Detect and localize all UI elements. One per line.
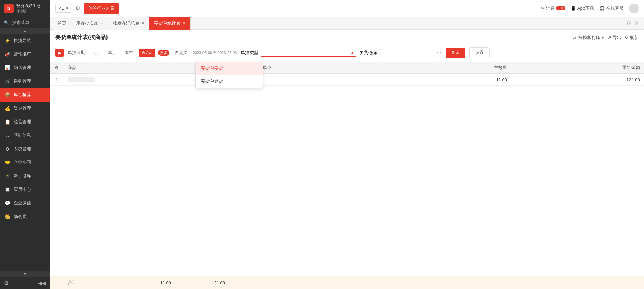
headset-icon: 🎧 [599,6,605,11]
appstore-icon: 🔲 [4,186,11,193]
page-header: 要货单统计表(按商品) 🖨 按模板打印 ▾ ↗ 导出 ↻ 刷新 [50,30,644,44]
sidebar-header: b 畅捷通好生意 标准版 [0,0,50,17]
tab-close-inventory-batch[interactable]: ✕ [100,21,103,25]
company-selector[interactable]: 41 ▾ [55,4,72,13]
type-select-wrap: ▲ [261,49,356,57]
basic-icon: 🗂 [4,132,11,139]
date-filter-group: 单据日期 上月 本月 本年 近7天 更多 自定义 2023-05-06 至 20… [68,49,237,57]
sidebar-item-purchase[interactable]: 🛒采购管理 [0,74,50,88]
sidebar-item-guide[interactable]: 🎓新手引导 [0,169,50,183]
sidebar-item-vip[interactable]: 👑畅会员 [0,210,50,223]
industry-btn[interactable]: 体验行业方案 [84,3,119,14]
sidebar-item-label: 采购管理 [14,78,31,84]
date-this-year-btn[interactable]: 本年 [122,49,136,57]
sidebar-item-quick_nav[interactable]: ⚡快捷导航 [0,34,50,47]
dropdown-item-order-return[interactable]: 要货单退货 [196,75,263,88]
topbar-left: 41 ▾ ⚙ 体验行业方案 [55,3,119,14]
message-icon: ✉ [541,6,545,11]
sidebar-item-label: 营销推广 [14,51,31,57]
sidebar-item-label: 经营管理 [14,119,31,125]
col-settings-icon[interactable]: ⚙ [55,65,59,70]
table-area: ⚙ 商品 主计量单位 主数量 零售金额 1 块 [50,62,644,86]
col-settings-header[interactable]: ⚙ [50,62,64,74]
sidebar-item-enterprise[interactable]: 🤝企业协同 [0,156,50,169]
row-qty: 11.00 [401,74,511,86]
sidebar-item-label: 销售管理 [14,65,31,71]
search-menu[interactable]: 🔍 搜索菜单 [0,17,50,28]
table-footer: 合计 11.00 121.00 [50,276,644,289]
type-filter-group: 单据类型 ▲ [241,49,356,57]
sidebar-item-label: 新手引导 [14,173,31,179]
sidebar-item-label: 资金管理 [14,105,31,111]
query-btn[interactable]: 查询 [446,48,465,58]
online-service-btn[interactable]: 🎧 在线客服 [599,5,624,12]
sidebar-item-label: 畅会员 [14,214,27,220]
filter-area: ▶ 单据日期 上月 本月 本年 近7天 更多 自定义 2023-05-06 至 … [50,44,644,62]
sidebar-item-finance[interactable]: 💰资金管理 [0,102,50,115]
tab-recv-summary[interactable]: 收发存汇总表 ✕ [108,17,149,30]
sidebar-item-basic[interactable]: 🗂基础信息 [0,129,50,142]
date-custom-btn[interactable]: 自定义 [172,49,190,57]
tab-order-stat[interactable]: 要货单统计表 ✕ [149,17,191,30]
sidebar-item-sales[interactable]: 📊销售管理 [0,61,50,74]
system-icon: ⚙ [4,146,11,152]
warehouse-filter-group: 要货仓库 ··· [360,49,441,57]
enterprise-icon: 🤝 [4,159,11,166]
scroll-up-btn[interactable]: ▲ [0,28,50,34]
sidebar-item-label: 企业微信 [14,200,31,206]
settings-btn[interactable]: 设置 [469,47,490,58]
export-btn[interactable]: ↗ 导出 [607,35,621,41]
sidebar-item-system[interactable]: ⚙系统管理 [0,142,50,156]
inventory-icon: 📦 [4,91,11,98]
warehouse-input[interactable] [380,49,434,57]
date-last-month-btn[interactable]: 上月 [88,49,102,57]
data-table: ⚙ 商品 主计量单位 主数量 零售金额 1 块 [50,62,644,86]
tab-maximize-icon[interactable]: ⊡ [627,20,631,26]
guide-icon: 🎓 [4,173,11,179]
sidebar-item-label: 基础信息 [14,132,31,138]
sidebar-item-appstore[interactable]: 🔲应用中心 [0,183,50,196]
table-row: 1 块 11.00 121.00 [50,74,644,86]
tab-home[interactable]: 首页 [53,17,71,30]
settings-icon[interactable]: ⚙ [4,280,9,286]
sidebar-item-label: 企业协同 [14,159,31,165]
dropdown-item-order-goods[interactable]: 要货单要货 [196,62,263,75]
print-btn[interactable]: 🖨 按模板打印 ▾ [573,35,604,41]
user-avatar[interactable] [629,4,639,13]
marketing-icon: 📣 [4,51,11,58]
collapse-icon[interactable]: ◀◀ [38,280,46,286]
sidebar-item-label: 库存核算 [14,92,31,98]
vip-icon: 👑 [4,213,11,220]
type-select-arrow-icon[interactable]: ▲ [350,50,354,55]
sidebar-item-marketing[interactable]: 📣营销推广 [0,47,50,61]
sidebar-item-wechat[interactable]: 💬企业微信 [0,196,50,210]
sidebar-item-operations[interactable]: 📋经营管理 [0,115,50,129]
refresh-icon: ↻ [625,35,628,40]
filter-more-icon[interactable]: ··· [437,50,441,56]
tab-close-recv-summary[interactable]: ✕ [141,21,144,25]
col-qty-header: 主数量 [401,62,511,74]
wechat-icon: 💬 [4,200,11,206]
date-this-month-btn[interactable]: 本月 [105,49,119,57]
type-label: 单据类型 [241,50,258,56]
refresh-btn[interactable]: ↻ 刷新 [625,35,639,41]
tab-inventory-batch[interactable]: 库存批次账 ✕ [71,17,108,30]
tab-close-all-icon[interactable]: ✕ [634,20,639,26]
app-download-btn[interactable]: 📱 App下载 [571,5,594,12]
filter-toggle-btn[interactable]: ▶ [55,49,64,57]
date-last-7-days-btn[interactable]: 近7天 [139,49,155,57]
row-unit: 块 [245,74,401,86]
type-select-input[interactable] [261,49,356,57]
scroll-down-btn[interactable]: ▼ [0,271,50,277]
tab-close-order-stat[interactable]: ✕ [183,21,186,25]
page-title: 要货单统计表(按商品) [55,34,108,41]
messages-btn[interactable]: ✉ 消息 99+ [541,5,565,12]
row-no: 1 [50,74,64,86]
search-icon: 🔍 [4,20,9,25]
date-more-badge[interactable]: 更多 [158,50,169,56]
main-area: 41 ▾ ⚙ 体验行业方案 ✉ 消息 99+ 📱 App下载 🎧 在线客服 [50,0,644,289]
app-logo: b [4,4,14,13]
topbar-gear-icon[interactable]: ⚙ [75,5,80,12]
warehouse-label: 要货仓库 [360,50,377,56]
sidebar-item-inventory[interactable]: 📦库存核算 [0,88,50,102]
